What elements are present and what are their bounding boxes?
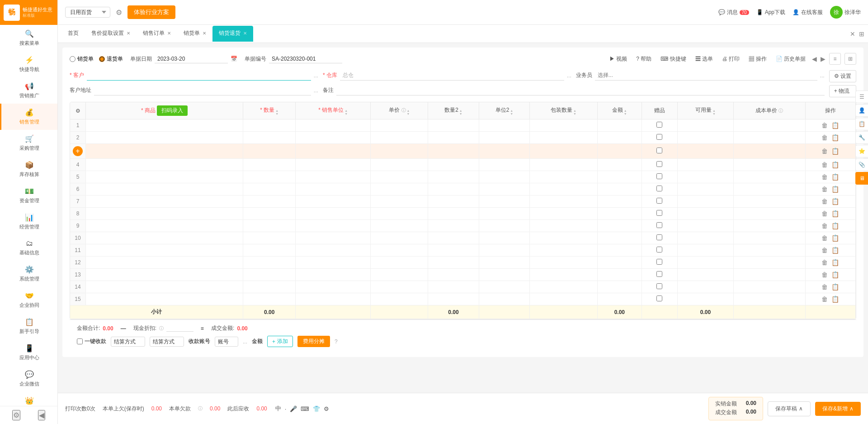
cell-price-1[interactable] (371, 119, 428, 132)
section-select[interactable]: 日用百货 (65, 7, 110, 18)
cell-qty2-11[interactable] (428, 244, 479, 257)
add-btn[interactable]: + 添加 (267, 336, 293, 347)
cell-qty-8[interactable] (243, 208, 295, 220)
calendar-icon[interactable]: 📅 (231, 56, 237, 62)
copy-icon-8[interactable]: 📋 (831, 210, 839, 217)
sidebar-item-marketing[interactable]: 📢 营销推广 (0, 77, 57, 104)
ime-kb-btn[interactable]: ⌨ (300, 405, 310, 413)
cell-gift-11[interactable] (642, 244, 677, 257)
scan-btn[interactable]: 扫码录入 (157, 105, 188, 116)
copy-icon-7[interactable]: 📋 (831, 198, 839, 205)
sidebar-item-vip[interactable]: 👑 畅会员 (0, 392, 57, 406)
copy-icon-14[interactable]: 📋 (831, 283, 839, 291)
gear-settings-btn[interactable]: ⚙ (114, 6, 124, 19)
delete-icon-7[interactable]: 🗑 (821, 198, 828, 205)
warehouse-input[interactable] (340, 70, 564, 81)
cell-product-2[interactable] (86, 132, 243, 144)
qty2-sort[interactable]: ▲▼ (459, 109, 462, 115)
cell-product-9[interactable] (86, 220, 243, 232)
cell-price-12[interactable] (371, 257, 428, 269)
cell-amount-7[interactable] (597, 195, 642, 208)
cell-avail-3[interactable] (678, 144, 734, 159)
tab-home[interactable]: 首页 (61, 26, 85, 42)
tab-order-close[interactable]: ✕ (167, 31, 171, 36)
calc-detail-select[interactable]: 结算方式 (150, 337, 184, 347)
close-all-btn[interactable]: ✕ (850, 30, 855, 38)
cell-unit-15[interactable] (295, 293, 371, 305)
cell-cost-7[interactable] (733, 195, 805, 208)
cell-pack-5[interactable] (530, 171, 598, 183)
cell-gift-9[interactable] (642, 220, 677, 232)
print-btn[interactable]: 🖨 打印 (719, 54, 742, 64)
cell-unit2-6[interactable] (479, 183, 530, 195)
video-btn[interactable]: ▶ 视频 (607, 54, 630, 64)
cell-qty2-1[interactable] (428, 119, 479, 132)
cell-gift-8[interactable] (642, 208, 677, 220)
cell-unit2-13[interactable] (479, 269, 530, 281)
cell-qty2-14[interactable] (428, 281, 479, 293)
tab-return-close[interactable]: ✕ (243, 31, 247, 36)
copy-icon-13[interactable]: 📋 (831, 271, 839, 278)
cell-product-6[interactable] (86, 183, 243, 195)
delete-icon-11[interactable]: 🗑 (821, 247, 828, 254)
cell-unit-6[interactable] (295, 183, 371, 195)
cell-gift-14[interactable] (642, 281, 677, 293)
cell-avail-1[interactable] (678, 119, 734, 132)
history-btn[interactable]: 📄 历史单据 (773, 54, 808, 64)
account-ellipsis[interactable]: ... (243, 338, 247, 345)
cell-product-12[interactable] (86, 257, 243, 269)
salesperson-input[interactable] (595, 70, 817, 81)
cell-product-10[interactable] (86, 232, 243, 244)
copy-icon-4[interactable]: 📋 (831, 161, 839, 168)
tab-order[interactable]: 销售订单 ✕ (137, 26, 177, 42)
cell-avail-7[interactable] (678, 195, 734, 208)
cell-qty2-6[interactable] (428, 183, 479, 195)
cell-unit2-14[interactable] (479, 281, 530, 293)
cell-avail-14[interactable] (678, 281, 734, 293)
shortcut-btn[interactable]: ⌨ 快捷键 (658, 54, 689, 64)
sidebar-item-corp[interactable]: 🤝 企业协同 (0, 287, 57, 313)
cell-product-3[interactable] (86, 144, 243, 159)
cell-pack-2[interactable] (530, 132, 598, 144)
cell-unit2-8[interactable] (479, 208, 530, 220)
cell-price-14[interactable] (371, 281, 428, 293)
cell-gift-2[interactable] (642, 132, 677, 144)
cell-gift-1[interactable] (642, 119, 677, 132)
delete-icon-6[interactable]: 🗑 (821, 186, 828, 193)
cell-qty2-7[interactable] (428, 195, 479, 208)
cell-unit2-7[interactable] (479, 195, 530, 208)
select-btn[interactable]: ☰ 选单 (693, 54, 716, 64)
copy-icon-11[interactable]: 📋 (831, 247, 839, 254)
payment-check[interactable] (77, 338, 83, 344)
cell-gift-15[interactable] (642, 293, 677, 305)
cell-amount-13[interactable] (597, 269, 642, 281)
cell-qty2-15[interactable] (428, 293, 479, 305)
sidebar-collapse-btn[interactable]: ◀ (38, 410, 45, 420)
tab-sales-close[interactable]: ✕ (203, 31, 206, 36)
cell-qty-11[interactable] (243, 244, 295, 257)
copy-icon-3[interactable]: 📋 (831, 148, 839, 155)
copy-icon-2[interactable]: 📋 (831, 134, 839, 141)
price-sort[interactable]: ▲▼ (407, 109, 410, 115)
cell-amount-5[interactable] (597, 171, 642, 183)
float-btn-4[interactable]: 🔧 (855, 131, 868, 144)
split-help-icon[interactable]: ? (335, 338, 338, 345)
cell-amount-12[interactable] (597, 257, 642, 269)
float-btn-5[interactable]: ⭐ (855, 145, 868, 157)
float-btn-active[interactable]: 🖥 (855, 172, 868, 185)
account-select[interactable]: 账号 (215, 337, 238, 347)
cell-gift-12[interactable] (642, 257, 677, 269)
cell-qty-7[interactable] (243, 195, 295, 208)
product-input-3[interactable] (89, 148, 240, 154)
cell-amount-15[interactable] (597, 293, 642, 305)
copy-icon-5[interactable]: 📋 (831, 173, 839, 181)
cell-price-3[interactable] (371, 144, 428, 159)
sidebar-item-quicknav[interactable]: ⚡ 快捷导航 (0, 51, 57, 77)
tab-return[interactable]: 销货退货 ✕ (212, 26, 253, 42)
next-record-btn[interactable]: ▶ (821, 55, 826, 62)
cell-qty-10[interactable] (243, 232, 295, 244)
cell-product-8[interactable] (86, 208, 243, 220)
delete-icon-2[interactable]: 🗑 (821, 134, 828, 141)
delete-icon-14[interactable]: 🗑 (821, 283, 828, 291)
unit2-sort[interactable]: ▲▼ (510, 109, 513, 115)
